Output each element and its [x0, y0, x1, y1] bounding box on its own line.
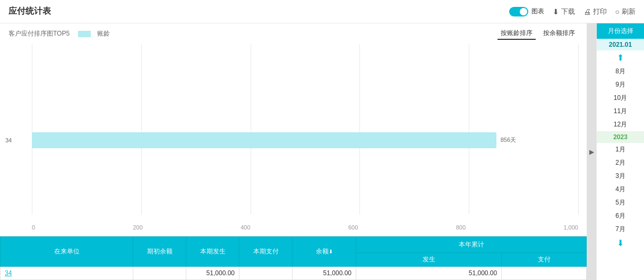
cell-period-occur: 51,000.00: [186, 267, 239, 280]
sidebar-month-10[interactable]: 10月: [597, 91, 644, 105]
app-container: 应付统计表 图表 ⬇ 下载 🖨 打印 ○ 刷新: [0, 0, 644, 280]
sidebar-down-button[interactable]: ⬇: [597, 236, 644, 250]
sort-by-age-button[interactable]: 按账龄排序: [497, 28, 536, 40]
refresh-icon: ○: [615, 7, 620, 16]
cell-yearly-pay: [502, 267, 587, 280]
x-tick-400: 400: [241, 224, 250, 231]
grid-line-1000: [578, 44, 579, 215]
cell-period-balance: [133, 267, 186, 280]
chart-visualization: 34 856天 0 200 400 600 800 1,000: [0, 44, 587, 236]
chevron-down-icon: ⬇: [617, 238, 624, 248]
chart-toggle[interactable]: [509, 7, 528, 16]
legend-color-box: [78, 31, 91, 37]
cell-balance: 51,000.00: [293, 267, 356, 280]
sidebar-month-8[interactable]: 8月: [597, 65, 644, 78]
sidebar-month-5[interactable]: 5月: [597, 196, 644, 209]
legend-title: 客户应付排序图TOP5: [8, 29, 70, 38]
col-yearly-occur: 发生: [356, 253, 502, 267]
sidebar-month-7[interactable]: 7月: [597, 223, 644, 236]
data-table: 在来单位 期初余额 本期发生 本期支付 余额⬇ 本年累计 发生 支付: [0, 236, 587, 280]
grid-line-400: [251, 44, 251, 215]
chart-legend: 客户应付排序图TOP5 账龄: [8, 29, 110, 38]
table-header-row-top: 在来单位 期初余额 本期发生 本期支付 余额⬇ 本年累计: [1, 237, 587, 253]
chart-toggle-wrap: 图表: [509, 7, 544, 16]
col-yearly-cumulative: 本年累计: [356, 237, 587, 253]
col-period-balance: 期初余额: [133, 237, 186, 267]
sidebar-month-1[interactable]: 1月: [597, 143, 644, 156]
grid-lines: [32, 44, 578, 215]
x-tick-1000: 1,000: [563, 224, 578, 231]
grid-line-600: [359, 44, 360, 215]
table-body: 34 51,000.00 51,000.00 51,000.00: [1, 267, 587, 280]
sidebar-month-4[interactable]: 4月: [597, 183, 644, 196]
col-balance: 余额⬇: [293, 237, 356, 267]
sidebar-header: 月份选择: [597, 23, 644, 39]
grid-line-0: [32, 44, 32, 215]
download-icon: ⬇: [553, 7, 559, 16]
x-tick-0: 0: [32, 224, 35, 231]
x-tick-800: 800: [456, 224, 466, 231]
sidebar-current-date: 2021.01: [597, 39, 644, 50]
grid-line-800: [469, 44, 469, 215]
grid-line-200: [141, 44, 142, 215]
sidebar-scroll[interactable]: ⬆ 8月 9月 10月 11月 12月 2023 1月 2月 3月 4月 5月 …: [597, 50, 644, 280]
chart-sort-buttons: 按账龄排序 按余额排序: [497, 28, 578, 40]
sidebar-up-button[interactable]: ⬆: [597, 50, 644, 65]
print-icon: 🖨: [583, 7, 591, 16]
refresh-button[interactable]: ○ 刷新: [615, 7, 636, 16]
collapse-arrow[interactable]: ▶: [587, 23, 596, 280]
col-yearly-pay: 支付: [502, 253, 587, 267]
bar-container: 34 856天: [32, 132, 578, 148]
chevron-up-icon: ⬆: [617, 53, 624, 63]
cell-unit[interactable]: 34: [1, 267, 133, 280]
col-unit: 在来单位: [1, 237, 133, 267]
page-title: 应付统计表: [8, 6, 51, 17]
chart-header: 客户应付排序图TOP5 账龄 按账龄排序 按余额排序: [0, 23, 587, 44]
bar-end-value: 856天: [501, 136, 516, 144]
cell-yearly-occur: 51,000.00: [356, 267, 502, 280]
sidebar: 月份选择 2021.01 ⬆ 8月 9月 10月 11月 12月 2023 1月…: [596, 23, 644, 280]
x-tick-600: 600: [348, 224, 358, 231]
bar-label: 34: [5, 137, 12, 143]
sidebar-month-2[interactable]: 2月: [597, 156, 644, 169]
sidebar-month-3[interactable]: 3月: [597, 169, 644, 183]
bar-row: 34 856天: [32, 132, 578, 148]
chart-toggle-label: 图表: [531, 7, 544, 16]
chart-area: 客户应付排序图TOP5 账龄 按账龄排序 按余额排序: [0, 23, 587, 280]
sort-by-balance-button[interactable]: 按余额排序: [540, 28, 578, 40]
col-period-occur: 本期发生: [186, 237, 239, 267]
sidebar-month-6[interactable]: 6月: [597, 209, 644, 223]
col-period-pay: 本期支付: [239, 237, 293, 267]
chart-bar: [32, 132, 496, 148]
header: 应付统计表 图表 ⬇ 下载 🖨 打印 ○ 刷新: [0, 0, 644, 23]
sidebar-month-12[interactable]: 12月: [597, 118, 644, 131]
print-button[interactable]: 🖨 打印: [583, 7, 607, 16]
legend-color-label: 账龄: [97, 29, 110, 38]
header-actions: 图表 ⬇ 下载 🖨 打印 ○ 刷新: [509, 7, 636, 16]
sidebar-month-11[interactable]: 11月: [597, 105, 644, 118]
data-table-area: 在来单位 期初余额 本期发生 本期支付 余额⬇ 本年累计 发生 支付: [0, 236, 587, 280]
download-button[interactable]: ⬇ 下载: [553, 7, 575, 16]
table-row: 34 51,000.00 51,000.00 51,000.00: [1, 267, 587, 280]
sidebar-month-9[interactable]: 9月: [597, 78, 644, 91]
sidebar-year-2023[interactable]: 2023: [597, 131, 644, 143]
cell-period-pay: [239, 267, 293, 280]
chevron-right-icon: ▶: [589, 148, 594, 156]
x-tick-200: 200: [133, 224, 143, 231]
x-axis: 0 200 400 600 800 1,000: [32, 224, 578, 231]
main: 客户应付排序图TOP5 账龄 按账龄排序 按余额排序: [0, 23, 644, 280]
